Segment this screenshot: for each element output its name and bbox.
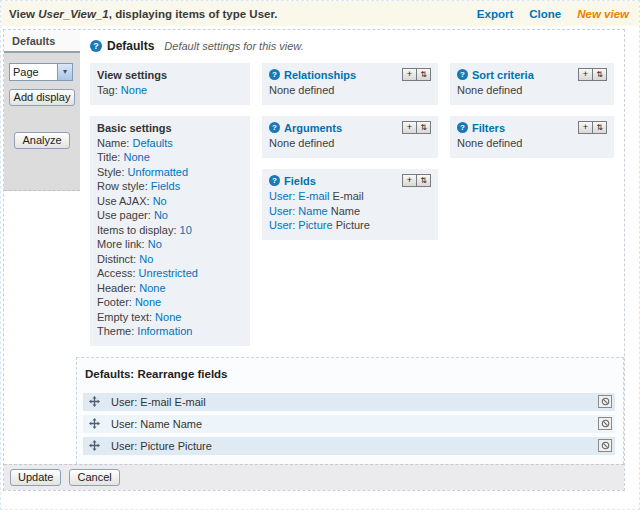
rearrange-icon[interactable]: ⇅ xyxy=(416,121,431,134)
setting-value-link[interactable]: Defaults xyxy=(132,137,172,149)
setting-value-link[interactable]: No xyxy=(148,238,162,250)
update-button[interactable]: Update xyxy=(10,469,61,486)
clone-link[interactable]: Clone xyxy=(529,8,561,20)
form-actions: Update Cancel xyxy=(4,464,624,490)
field-item: User: Name Name xyxy=(269,204,431,219)
setting-tag: Tag: None xyxy=(97,83,243,98)
display-type-select[interactable]: Page ▾ xyxy=(9,63,73,81)
setting-value-link[interactable]: Fields xyxy=(151,180,180,192)
tab-defaults[interactable]: Defaults xyxy=(4,30,80,53)
display-type-value: Page xyxy=(10,66,57,78)
filters-title-link[interactable]: Filters xyxy=(472,122,505,134)
rearrange-icon[interactable]: ⇅ xyxy=(592,121,607,134)
arguments-title-link[interactable]: Arguments xyxy=(284,122,342,134)
rearrange-icon[interactable]: ⇅ xyxy=(416,174,431,187)
setting-label: More link: xyxy=(97,238,145,250)
setting-value-link[interactable]: Information xyxy=(137,325,192,337)
view-settings-title: View settings xyxy=(97,68,243,83)
help-icon[interactable]: ? xyxy=(269,69,280,80)
display-sidebar: Defaults Page ▾ Add display Analyze xyxy=(4,30,80,357)
rearrange-icon[interactable]: ⇅ xyxy=(592,68,607,81)
new-view-link[interactable]: New view xyxy=(577,8,629,20)
setting-value-link[interactable]: No xyxy=(139,253,153,265)
field-item: User: Picture Picture xyxy=(269,218,431,233)
setting-label: Tag: xyxy=(97,84,118,96)
setting-value-link[interactable]: None xyxy=(135,296,161,308)
rearrange-icon[interactable]: ⇅ xyxy=(416,68,431,81)
view-title-bar: View User_View_1, displaying items of ty… xyxy=(1,1,639,26)
setting-title: Title: None xyxy=(97,150,243,165)
setting-value-link[interactable]: None xyxy=(139,282,165,294)
setting-value-link[interactable]: Unformatted xyxy=(128,166,189,178)
view-title: View User_View_1, displaying items of ty… xyxy=(9,8,461,20)
setting-name: Name: Defaults xyxy=(97,136,243,151)
field-suffix: Picture xyxy=(336,219,370,231)
setting-label: Use AJAX: xyxy=(97,195,150,207)
view-settings-box: View settings Tag: None xyxy=(90,63,250,105)
basic-settings-title: Basic settings xyxy=(97,121,243,136)
display-header: ? Defaults Default settings for this vie… xyxy=(90,39,614,53)
add-icon[interactable]: + xyxy=(578,121,593,134)
add-icon[interactable]: + xyxy=(578,68,593,81)
remove-icon[interactable] xyxy=(598,395,612,408)
rearrange-row: User: Picture Picture xyxy=(83,437,615,455)
analyze-button[interactable]: Analyze xyxy=(14,132,69,149)
setting-value-link[interactable]: None xyxy=(155,311,181,323)
field-link[interactable]: User: Picture xyxy=(269,219,333,231)
setting-value-link[interactable]: Unrestricted xyxy=(139,267,198,279)
setting-label: Empty text: xyxy=(97,311,152,323)
help-icon[interactable]: ? xyxy=(90,40,102,52)
drag-handle-icon[interactable] xyxy=(89,440,100,451)
help-icon[interactable]: ? xyxy=(269,175,280,186)
setting-label: Title: xyxy=(97,151,120,163)
field-suffix: E-mail xyxy=(333,190,364,202)
setting-value-link[interactable]: No xyxy=(153,195,167,207)
rearrange-row: User: E-mail E-mail xyxy=(83,393,615,411)
sort-criteria-empty: None defined xyxy=(457,83,607,98)
help-icon[interactable]: ? xyxy=(457,122,468,133)
add-icon[interactable]: + xyxy=(402,174,417,187)
setting-style: Style: Unformatted xyxy=(97,165,243,180)
views-edit-container: Defaults Page ▾ Add display Analyze ? De… xyxy=(3,29,625,491)
add-icon[interactable]: + xyxy=(402,121,417,134)
setting-label: Items to display: xyxy=(97,224,176,236)
help-icon[interactable]: ? xyxy=(457,69,468,80)
field-link[interactable]: User: E-mail xyxy=(269,190,330,202)
field-link[interactable]: User: Name xyxy=(269,205,328,217)
setting-items-to-display: Items to display: 10 xyxy=(97,223,243,238)
setting-label: Style: xyxy=(97,166,125,178)
rearrange-row-label: User: E-mail E-mail xyxy=(111,396,206,408)
setting-footer: Footer: None xyxy=(97,295,243,310)
view-name: User_View_1 xyxy=(38,8,109,20)
setting-value-link[interactable]: 10 xyxy=(180,224,192,236)
setting-value-link[interactable]: None xyxy=(124,151,150,163)
rearrange-heading: Defaults: Rearrange fields xyxy=(85,368,615,380)
sort-criteria-title-link[interactable]: Sort criteria xyxy=(472,69,534,81)
display-description: Default settings for this view. xyxy=(164,40,303,52)
remove-icon[interactable] xyxy=(598,439,612,452)
setting-more-link: More link: No xyxy=(97,237,243,252)
add-display-button[interactable]: Add display xyxy=(9,89,75,106)
setting-label: Footer: xyxy=(97,296,132,308)
add-icon[interactable]: + xyxy=(402,68,417,81)
view-title-suffix: , displaying items of type User. xyxy=(109,8,278,20)
chevron-down-icon: ▾ xyxy=(57,64,72,80)
help-icon[interactable]: ? xyxy=(269,122,280,133)
filters-empty: None defined xyxy=(457,136,607,151)
drag-handle-icon[interactable] xyxy=(89,418,100,429)
export-link[interactable]: Export xyxy=(477,8,513,20)
setting-header: Header: None xyxy=(97,281,243,296)
rearrange-row-label: User: Name Name xyxy=(111,418,202,430)
setting-access: Access: Unrestricted xyxy=(97,266,243,281)
relationships-title-link[interactable]: Relationships xyxy=(284,69,356,81)
view-title-prefix: View xyxy=(9,8,35,20)
rearrange-fields-form: Defaults: Rearrange fields User: E-mail … xyxy=(76,357,624,464)
cancel-button[interactable]: Cancel xyxy=(69,469,119,486)
drag-handle-icon[interactable] xyxy=(89,396,100,407)
setting-theme: Theme: Information xyxy=(97,324,243,339)
remove-icon[interactable] xyxy=(598,417,612,430)
setting-value-link[interactable]: None xyxy=(121,84,147,96)
fields-title-link[interactable]: Fields xyxy=(284,175,316,187)
display-settings-area: ? Defaults Default settings for this vie… xyxy=(80,30,624,357)
setting-value-link[interactable]: No xyxy=(154,209,168,221)
